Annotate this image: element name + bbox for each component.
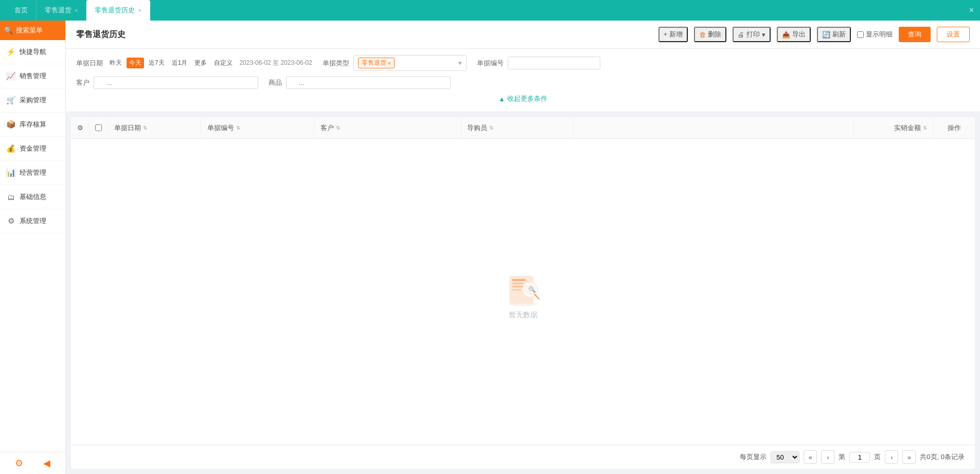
filter-type-label: 单据类型 [323, 59, 349, 68]
sales-icon: 📈 [6, 71, 15, 81]
export-button[interactable]: 📤 导出 [777, 27, 811, 42]
collapse-icon: ▲ [498, 95, 505, 103]
th-settings[interactable]: ⚙ [71, 119, 90, 137]
filter-no-input[interactable] [508, 57, 600, 69]
date-range-display: 2023-06-02 至 2023-06-02 [239, 59, 312, 67]
sidebar-search[interactable]: 🔍 搜索菜单 [0, 21, 65, 40]
page-title: 零售退货历史 [76, 29, 126, 40]
sidebar-item-label: 库存核算 [20, 120, 46, 129]
filter-customer-input[interactable] [94, 76, 258, 89]
filter-type-dropdown-icon: ▾ [458, 59, 462, 67]
settings-button[interactable]: 设置 [937, 27, 970, 42]
new-button[interactable]: + 新增 [658, 27, 688, 42]
print-icon: 🖨 [738, 31, 744, 39]
export-icon: 📤 [782, 31, 790, 39]
refresh-button[interactable]: 🔄 刷新 [817, 27, 851, 42]
first-page-button[interactable]: « [804, 450, 817, 464]
last-page-button[interactable]: » [902, 450, 916, 464]
sidebar-item-sales[interactable]: 📈 销售管理 [0, 64, 65, 88]
date-opt-more[interactable]: 更多 [192, 58, 209, 68]
th-no[interactable]: 单据编号 ⇅ [201, 118, 314, 138]
select-all-checkbox[interactable] [95, 124, 102, 131]
filter-type-tag-close[interactable]: × [388, 60, 391, 66]
search-icon: 🔍 [4, 26, 13, 34]
th-checkbox[interactable] [90, 119, 108, 136]
sidebar-item-inventory[interactable]: 📦 库存核算 [0, 113, 65, 137]
header-actions: + 新增 🗑 删除 🖨 打印 ▾ 📤 导出 [658, 27, 970, 42]
pagination: 每页显示 10 20 50 100 « ‹ 第 页 [71, 445, 975, 469]
filter-type-select[interactable]: 零售退货 × ▾ [353, 55, 467, 71]
top-bar: 首页 零售退货 × 零售退货历史 × × [0, 0, 980, 21]
collapse-filter-button[interactable]: ▲ 收起更多条件 [498, 94, 547, 103]
filter-type: 单据类型 零售退货 × ▾ [323, 55, 467, 71]
sidebar-item-basic-info[interactable]: 🗂 基础信息 [0, 185, 65, 209]
svg-rect-2 [512, 279, 526, 281]
date-opt-custom[interactable]: 自定义 [211, 58, 235, 68]
sidebar-item-label: 系统管理 [20, 216, 46, 226]
main-layout: 🔍 搜索菜单 ⚡ 快捷导航 📈 销售管理 🛒 采购管理 📦 库 [0, 21, 980, 474]
sidebar-item-system[interactable]: ⚙ 系统管理 [0, 209, 65, 233]
next-page-button[interactable]: › [885, 450, 898, 464]
tab-retail-return-history-close[interactable]: × [138, 7, 141, 13]
quick-nav-icon: ⚡ [6, 47, 15, 57]
show-detail-checkbox[interactable] [857, 31, 864, 38]
prev-page-button[interactable]: ‹ [821, 450, 834, 464]
filter-no: 单据编号 [477, 57, 600, 69]
refresh-icon: 🔄 [822, 31, 830, 39]
sidebar-item-operations[interactable]: 📊 经营管理 [0, 161, 65, 185]
filter-date-options: 昨天 今天 近7天 近1月 更多 自定义 2023-06-02 至 2023-0… [107, 58, 312, 68]
th-date[interactable]: 单据日期 ⇅ [108, 118, 201, 138]
filter-date: 单据日期 昨天 今天 近7天 近1月 更多 自定义 2023-06-02 至 2… [76, 58, 312, 68]
collapse-label: 收起更多条件 [507, 94, 547, 103]
filter-type-tag: 零售退货 × [358, 58, 395, 68]
filter-goods: 商品 [269, 76, 451, 89]
show-detail-checkbox-label[interactable]: 显示明细 [857, 30, 893, 39]
sort-date-icon: ⇅ [143, 125, 147, 131]
th-customer[interactable]: 客户 ⇅ [314, 118, 461, 138]
inventory-icon: 📦 [6, 120, 15, 129]
sidebar-item-purchase[interactable]: 🛒 采购管理 [0, 88, 65, 113]
filter-date-label: 单据日期 [76, 59, 103, 68]
delete-button[interactable]: 🗑 删除 [694, 27, 726, 42]
app-container: 首页 零售退货 × 零售退货历史 × × 🔍 搜索菜单 ⚡ 快捷导航 [0, 0, 980, 474]
sidebar-item-label: 销售管理 [20, 71, 46, 81]
system-icon: ⚙ [6, 216, 15, 226]
filter-area: 单据日期 昨天 今天 近7天 近1月 更多 自定义 2023-06-02 至 2… [66, 49, 980, 112]
per-page-select[interactable]: 10 20 50 100 [771, 451, 799, 463]
th-guide[interactable]: 导购员 ⇅ [461, 118, 574, 138]
query-button[interactable]: 查询 [899, 27, 931, 42]
tab-retail-return-history[interactable]: 零售退货历史 × [86, 0, 150, 21]
total-label: 共0页, 0条记录 [920, 452, 965, 462]
basic-info-icon: 🗂 [6, 193, 15, 202]
sidebar: 🔍 搜索菜单 ⚡ 快捷导航 📈 销售管理 🛒 采购管理 📦 库 [0, 21, 66, 474]
date-opt-today[interactable]: 今天 [127, 58, 144, 68]
sidebar-item-label: 资金管理 [20, 144, 46, 153]
th-ops: 操作 [934, 118, 975, 138]
filter-customer-label: 客户 [76, 78, 90, 87]
collapse-sidebar-icon[interactable]: ◀ [43, 458, 50, 469]
date-opt-1month[interactable]: 近1月 [169, 58, 190, 68]
current-page-input[interactable] [849, 452, 870, 463]
sidebar-item-finance[interactable]: 💰 资金管理 [0, 137, 65, 161]
th-amount[interactable]: 实销金额 ⇅ [854, 118, 934, 138]
table-header: ⚙ 单据日期 ⇅ 单据编号 ⇅ 客户 ⇅ [71, 117, 975, 139]
tab-home[interactable]: 首页 [6, 0, 37, 21]
print-button[interactable]: 🖨 打印 ▾ [733, 27, 771, 42]
svg-text:🔍: 🔍 [528, 286, 536, 293]
filter-customer: 客户 [76, 76, 258, 89]
settings-bottom-icon[interactable]: ⚙ [15, 458, 23, 469]
date-opt-7days[interactable]: 近7天 [146, 58, 167, 68]
date-opt-yesterday[interactable]: 昨天 [107, 58, 124, 68]
filter-row-2: 客户 商品 [76, 76, 970, 89]
tab-retail-return-close[interactable]: × [75, 7, 78, 13]
tab-retail-return[interactable]: 零售退货 × [37, 0, 86, 21]
sidebar-item-label: 快捷导航 [20, 47, 46, 57]
svg-rect-3 [512, 283, 523, 284]
sidebar-item-label: 基础信息 [20, 192, 46, 202]
window-close-button[interactable]: × [969, 6, 974, 15]
sidebar-bottom: ⚙ ◀ [0, 452, 65, 474]
filter-goods-input[interactable] [286, 76, 451, 89]
filter-goods-label: 商品 [269, 78, 282, 87]
sidebar-item-quick-nav[interactable]: ⚡ 快捷导航 [0, 40, 65, 64]
sidebar-item-label: 经营管理 [20, 168, 46, 177]
